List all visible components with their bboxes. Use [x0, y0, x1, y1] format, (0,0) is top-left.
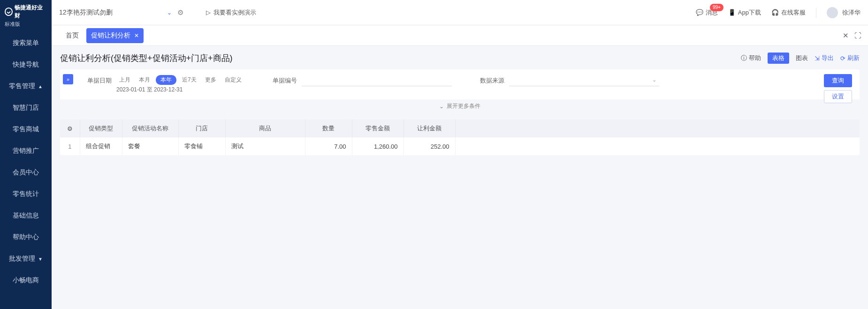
date-range: 2023-01-01 至 2023-12-31: [116, 86, 244, 94]
collapse-filters-button[interactable]: »: [63, 74, 73, 84]
brand-name: 畅捷通好业财: [15, 4, 47, 20]
preset-custom[interactable]: 自定义: [222, 75, 244, 85]
chevron-down-icon: ⌄: [167, 9, 172, 16]
chat-icon: 💬: [696, 9, 703, 16]
expand-filters-button[interactable]: ⌄ 展开更多条件: [60, 99, 860, 113]
sidebar-item-smartstore[interactable]: 智慧门店: [0, 97, 52, 119]
sidebar-item-marketing[interactable]: 营销推广: [0, 140, 52, 162]
logo-icon: [5, 8, 13, 16]
tenant-selector[interactable]: 12李艳芬测试勿删 ⌄: [59, 8, 172, 17]
filter-card: » 单据日期 上月 本月 本年 近7天 更多 自定义: [60, 69, 860, 113]
table-settings-header[interactable]: ⚙: [60, 120, 80, 137]
sidebar-item-member[interactable]: 会员中心: [0, 162, 52, 183]
sidebar-group-wholesale[interactable]: 批发管理 ▼: [0, 248, 52, 270]
view-chart-button[interactable]: 图表: [796, 54, 808, 62]
preset-thisyear[interactable]: 本年: [156, 75, 176, 85]
brand-logo: 畅捷通好业财: [0, 0, 52, 21]
preset-thismonth[interactable]: 本月: [136, 75, 153, 85]
filter-date: 单据日期 上月 本月 本年 近7天 更多 自定义 2023-01-01 至 20…: [87, 75, 244, 94]
double-chevron-down-icon: ⌄: [439, 103, 444, 110]
caret-up-icon: ▲: [38, 84, 43, 89]
docno-input[interactable]: [302, 75, 452, 86]
cell-discount: 252.00: [404, 137, 455, 155]
col-qty[interactable]: 数量: [305, 120, 352, 137]
sidebar-item-ecommerce[interactable]: 小畅电商: [0, 270, 52, 291]
col-activity[interactable]: 促销活动名称: [122, 120, 178, 137]
preset-7days[interactable]: 近7天: [179, 75, 199, 85]
demo-label: 我要看实例演示: [213, 8, 256, 17]
help-label: 帮助: [749, 54, 761, 62]
settings-icon[interactable]: ⚙: [177, 8, 183, 17]
view-table-button[interactable]: 表格: [768, 53, 789, 64]
sidebar-item-stats[interactable]: 零售统计: [0, 183, 52, 205]
download-label: App下载: [738, 8, 761, 17]
support-label: 在线客服: [781, 8, 806, 17]
user-name: 徐泽华: [842, 8, 860, 17]
user-menu[interactable]: 徐泽华: [827, 7, 860, 18]
col-product[interactable]: 商品: [225, 120, 305, 137]
headset-icon: 🎧: [771, 9, 779, 16]
sidebar-search[interactable]: 搜索菜单: [0, 32, 52, 54]
preset-more[interactable]: 更多: [202, 75, 219, 85]
messages-badge: 99+: [710, 4, 723, 11]
expand-label: 展开更多条件: [447, 102, 480, 110]
sidebar-group-retail[interactable]: 零售管理 ▲: [0, 75, 52, 97]
demo-link[interactable]: ▷ 我要看实例演示: [206, 8, 256, 17]
filter-settings-button[interactable]: 设置: [824, 90, 852, 103]
col-discount[interactable]: 让利金额: [404, 120, 455, 137]
query-button[interactable]: 查询: [824, 74, 852, 87]
date-presets: 上月 本月 本年 近7天 更多 自定义: [116, 75, 244, 85]
app-download-button[interactable]: 📱 App下载: [728, 8, 761, 17]
refresh-label: 刷新: [847, 54, 860, 62]
cell-amount: 1,260.00: [352, 137, 404, 155]
edition-label: 标准版: [0, 21, 52, 32]
page-title: 促销让利分析(促销类型+促销活动+门店+商品): [60, 53, 233, 64]
filter-docno: 单据编号: [273, 75, 452, 86]
col-store[interactable]: 门店: [178, 120, 225, 137]
refresh-icon: ⟳: [840, 55, 845, 62]
close-all-icon[interactable]: ✕: [843, 31, 849, 40]
sidebar-item-basicinfo[interactable]: 基础信息: [0, 205, 52, 226]
tenant-name: 12李艳芬测试勿删: [59, 8, 113, 17]
fullscreen-icon[interactable]: ⛶: [854, 31, 861, 39]
cell-product: 测试: [225, 137, 305, 155]
table-row[interactable]: 1 组合促销 套餐 零食铺 测试 7.00 1,260.00 252.00: [60, 137, 860, 155]
export-button[interactable]: ⇲ 导出: [815, 54, 834, 62]
tab-promo-label: 促销让利分析: [91, 31, 130, 40]
export-label: 导出: [822, 54, 834, 62]
divider: [816, 8, 816, 18]
topbar: 12李艳芬测试勿删 ⌄ ⚙ ▷ 我要看实例演示 💬 消息 99+ 📱 App下载: [52, 0, 868, 25]
col-promo-type[interactable]: 促销类型: [80, 120, 122, 137]
sidebar-group-wholesale-label: 批发管理: [9, 255, 35, 263]
refresh-button[interactable]: ⟳ 刷新: [840, 54, 860, 62]
cell-spacer: [455, 137, 860, 155]
cell-index: 1: [60, 137, 80, 155]
filter-docno-label: 单据编号: [273, 75, 297, 85]
export-icon: ⇲: [815, 55, 820, 62]
sidebar-group-retail-label: 零售管理: [9, 82, 35, 90]
filter-source-label: 数据来源: [480, 75, 504, 85]
col-spacer: [455, 120, 860, 137]
tab-promo-analysis[interactable]: 促销让利分析 ✕: [86, 28, 144, 43]
tab-home[interactable]: 首页: [58, 25, 86, 46]
phone-icon: 📱: [728, 9, 736, 16]
col-amount[interactable]: 零售金额: [352, 120, 404, 137]
source-select[interactable]: [509, 75, 659, 86]
close-icon[interactable]: ✕: [134, 32, 139, 39]
sidebar-item-help[interactable]: 帮助中心: [0, 226, 52, 248]
help-button[interactable]: ⓘ 帮助: [741, 54, 761, 62]
filter-date-label: 单据日期: [87, 75, 112, 85]
title-row: 促销让利分析(促销类型+促销活动+门店+商品) ⓘ 帮助 表格 图表 ⇲ 导出 …: [60, 53, 860, 64]
results-table: ⚙ 促销类型 促销活动名称 门店 商品 数量 零售金额 让利金额: [60, 120, 860, 155]
messages-button[interactable]: 💬 消息 99+: [696, 8, 718, 17]
caret-down-icon: ▼: [38, 256, 43, 262]
preset-lastmonth[interactable]: 上月: [116, 75, 133, 85]
content: 促销让利分析(促销类型+促销活动+门店+商品) ⓘ 帮助 表格 图表 ⇲ 导出 …: [52, 46, 868, 309]
main-area: 12李艳芬测试勿删 ⌄ ⚙ ▷ 我要看实例演示 💬 消息 99+ 📱 App下载: [52, 0, 868, 309]
filter-source: 数据来源 ⌄: [480, 75, 659, 86]
sidebar-item-mall[interactable]: 零售商城: [0, 119, 52, 140]
sidebar-quicknav[interactable]: 快捷导航: [0, 54, 52, 75]
avatar: [827, 7, 838, 18]
sidebar: 畅捷通好业财 标准版 搜索菜单 快捷导航 零售管理 ▲ 智慧门店 零售商城 营销…: [0, 0, 52, 309]
support-button[interactable]: 🎧 在线客服: [771, 8, 806, 17]
